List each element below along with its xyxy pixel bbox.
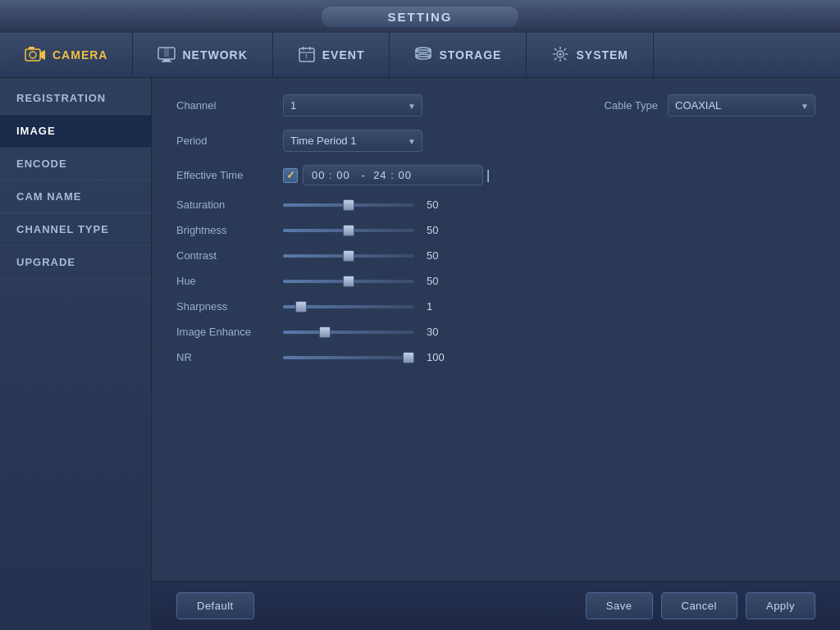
sidebar-item-encode[interactable]: ENCODE — [0, 148, 151, 180]
image-enhance-row: Image Enhance 30 — [176, 326, 815, 338]
svg-point-1 — [30, 52, 36, 58]
svg-line-25 — [564, 48, 567, 51]
sharpness-label: Sharpness — [176, 300, 283, 313]
cable-type-label: Cable Type — [604, 99, 658, 112]
top-nav: CAMERA NETWORK ! EVENT — [0, 33, 840, 78]
sidebar-item-registration[interactable]: REGISTRATION — [0, 82, 151, 115]
effective-time-row: Effective Time | — [176, 165, 815, 185]
svg-text:!: ! — [305, 53, 308, 59]
svg-marker-2 — [40, 50, 45, 60]
default-button[interactable]: Default — [176, 592, 254, 619]
contrast-label: Contrast — [176, 249, 283, 262]
nav-event-label: EVENT — [322, 48, 365, 62]
sidebar: REGISTRATION IMAGE ENCODE CAM NAME CHANN… — [0, 78, 152, 630]
channel-select[interactable]: 1 2 3 4 — [283, 94, 422, 116]
nr-row: NR 100 — [176, 351, 815, 363]
hue-slider[interactable] — [283, 280, 414, 283]
nr-label: NR — [176, 351, 283, 363]
saturation-label: Saturation — [176, 199, 283, 211]
effective-time-checkbox[interactable] — [283, 168, 298, 183]
nav-system-label: SYSTEM — [576, 48, 628, 62]
cable-type-row: Cable Type COAXIAL UTP — [604, 94, 815, 116]
brightness-value: 50 — [427, 224, 455, 236]
saturation-row: Saturation 50 — [176, 199, 815, 211]
svg-point-18 — [559, 52, 562, 55]
svg-rect-0 — [25, 49, 40, 61]
contrast-value: 50 — [427, 249, 455, 262]
contrast-row: Contrast 50 — [176, 249, 815, 262]
cable-type-select[interactable]: COAXIAL UTP — [668, 94, 815, 116]
period-dropdown-wrapper: Time Period 1 Time Period 2 — [283, 130, 422, 152]
apply-button[interactable]: Apply — [746, 592, 815, 619]
svg-rect-3 — [29, 47, 34, 49]
contrast-slider[interactable] — [283, 254, 414, 258]
main-layout: REGISTRATION IMAGE ENCODE CAM NAME CHANN… — [0, 78, 840, 630]
image-enhance-label: Image Enhance — [176, 326, 283, 338]
camera-icon — [25, 45, 46, 66]
nav-camera-label: CAMERA — [52, 48, 107, 62]
nav-network-label: NETWORK — [182, 48, 247, 62]
bottom-bar: Default Save Cancel Apply — [152, 581, 840, 630]
nav-system[interactable]: SYSTEM — [527, 33, 654, 77]
sidebar-item-channel-type[interactable]: CHANNEL TYPE — [0, 213, 151, 246]
nav-camera[interactable]: CAMERA — [0, 33, 133, 77]
sidebar-item-image[interactable]: IMAGE — [0, 115, 151, 148]
effective-time-input[interactable] — [303, 165, 483, 185]
action-buttons: Save Cancel Apply — [586, 592, 815, 619]
sharpness-value: 1 — [427, 300, 455, 313]
period-select[interactable]: Time Period 1 Time Period 2 — [283, 130, 422, 152]
sidebar-item-upgrade[interactable]: UPGRADE — [0, 246, 151, 279]
nav-storage-label: STORAGE — [439, 48, 501, 62]
content-area: Cable Type COAXIAL UTP Channel 1 2 3 4 — [152, 78, 840, 630]
nr-value: 100 — [427, 351, 455, 363]
svg-point-16 — [427, 56, 428, 57]
svg-line-26 — [555, 57, 557, 60]
nav-network[interactable]: NETWORK — [133, 33, 272, 77]
svg-rect-5 — [164, 48, 169, 57]
channel-label: Channel — [176, 99, 283, 112]
hue-row: Hue 50 — [176, 275, 815, 287]
network-icon — [158, 46, 176, 65]
nr-slider[interactable] — [283, 356, 414, 359]
channel-dropdown-wrapper: 1 2 3 4 — [283, 94, 422, 116]
nav-event[interactable]: ! EVENT — [273, 33, 390, 77]
brightness-row: Brightness 50 — [176, 224, 815, 236]
title-text: SETTING — [322, 7, 518, 27]
svg-rect-14 — [416, 50, 431, 57]
image-enhance-slider[interactable] — [283, 331, 414, 334]
cable-type-dropdown-wrapper: COAXIAL UTP — [668, 94, 815, 116]
hue-value: 50 — [427, 275, 455, 287]
storage-icon — [414, 46, 432, 65]
period-row: Period Time Period 1 Time Period 2 — [176, 130, 815, 152]
svg-line-24 — [564, 57, 567, 60]
system-icon — [551, 46, 569, 65]
cursor-indicator: | — [486, 168, 490, 183]
sharpness-slider[interactable] — [283, 305, 414, 308]
nav-storage[interactable]: STORAGE — [390, 33, 527, 77]
sidebar-item-cam-name[interactable]: CAM NAME — [0, 180, 151, 213]
effective-time-label: Effective Time — [176, 169, 283, 181]
sharpness-row: Sharpness 1 — [176, 300, 815, 313]
image-enhance-value: 30 — [427, 326, 455, 338]
save-button[interactable]: Save — [586, 592, 653, 619]
brightness-label: Brightness — [176, 224, 283, 236]
hue-label: Hue — [176, 275, 283, 287]
svg-line-23 — [555, 48, 557, 51]
event-icon: ! — [298, 46, 316, 65]
title-bar: SETTING — [0, 0, 840, 33]
period-label: Period — [176, 135, 283, 147]
brightness-slider[interactable] — [283, 229, 414, 232]
saturation-value: 50 — [427, 199, 455, 211]
saturation-slider[interactable] — [283, 203, 414, 207]
cancel-button[interactable]: Cancel — [661, 592, 737, 619]
